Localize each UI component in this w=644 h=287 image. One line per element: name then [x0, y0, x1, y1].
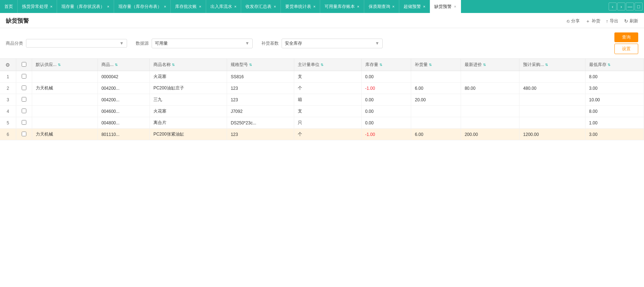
cell-checkbox-4[interactable] [16, 117, 32, 129]
tab-close-9[interactable]: × [392, 4, 395, 9]
sort-icon-unit: ⇅ [321, 63, 323, 67]
tab-close-7[interactable]: × [313, 4, 316, 9]
cell-checkbox-1[interactable] [16, 83, 32, 94]
tab-2[interactable]: 现存量（库存状况表） × [57, 0, 114, 13]
cell-supplier-0 [32, 71, 97, 83]
row-checkbox-3[interactable] [22, 109, 26, 113]
export-button[interactable]: ↑ 导出 [606, 18, 619, 24]
cell-supplier-5: 力天机械 [32, 129, 97, 140]
category-select[interactable]: ▼ [26, 39, 127, 48]
data-table: ⚙ 默认供应... ⇅ 商品... ⇅ [0, 59, 644, 140]
cell-estimated-3 [519, 106, 585, 117]
cell-checkbox-0[interactable] [16, 71, 32, 83]
header-actions: ⎋ 分享 ＋ 补货 ↑ 导出 ↻ 刷新 [567, 18, 639, 25]
cell-spec-5: 123 [227, 129, 294, 140]
tab-3[interactable]: 现存量（库存分布表） × [114, 0, 171, 13]
cell-no-5: 6 [0, 129, 16, 140]
category-filter: 商品分类 ▼ [6, 39, 127, 48]
cell-spec-2: 123 [227, 94, 294, 106]
tab-close-6[interactable]: × [274, 4, 276, 9]
tab-8[interactable]: 可用量库存账本 × [320, 0, 364, 13]
row-checkbox-2[interactable] [22, 97, 26, 102]
tab-1[interactable]: 拣货异常处理 × [18, 0, 57, 13]
tab-6[interactable]: 收发存汇总表 × [241, 0, 280, 13]
tab-7[interactable]: 要货单统计表 × [281, 0, 320, 13]
tab-prev-button[interactable]: ‹ [609, 3, 617, 10]
sort-icon-name: ⇅ [172, 63, 175, 67]
settings-col-icon[interactable]: ⚙ [5, 62, 10, 68]
tab-close-1[interactable]: × [50, 4, 52, 9]
sort-icon-supplier: ⇅ [58, 63, 61, 67]
tab-close-10[interactable]: × [423, 4, 425, 9]
tab-10[interactable]: 超储预警 × [399, 0, 430, 13]
tab-close-4[interactable]: × [199, 4, 201, 9]
table-header-row: ⚙ 默认供应... ⇅ 商品... ⇅ [0, 59, 644, 71]
cell-name-3: 火花塞 [149, 106, 227, 117]
share-button[interactable]: ⎋ 分享 [567, 18, 580, 24]
cell-supplier-1: 力天机械 [32, 83, 97, 94]
cell-price-3 [461, 106, 519, 117]
refresh-button[interactable]: ↻ 刷新 [624, 18, 638, 24]
th-unit[interactable]: 主计量单位 ⇅ [294, 59, 361, 71]
cell-checkbox-3[interactable] [16, 106, 32, 117]
select-all-checkbox[interactable] [22, 62, 26, 67]
category-dropdown-icon: ▼ [119, 41, 124, 46]
th-latest-price[interactable]: 最新进价 ⇅ [461, 59, 519, 71]
tab-next-button[interactable]: › [617, 3, 625, 10]
table-body: 1 0000042 火花塞 SS816 支 0.00 8.00 2 力天机械 0… [0, 71, 644, 140]
th-estimated-purchase[interactable]: 预计采购... ⇅ [519, 59, 585, 71]
cell-name-0: 火花塞 [149, 71, 227, 83]
cell-checkbox-5[interactable] [16, 129, 32, 140]
category-label: 商品分类 [6, 40, 23, 47]
row-checkbox-1[interactable] [22, 85, 26, 90]
datasource-select[interactable]: 可用量 ▼ [152, 39, 253, 48]
tab-bar: 首页 拣货异常处理 × 现存量（库存状况表） × 现存量（库存分布表） × 库存… [0, 0, 644, 13]
cell-min-stock-1: 3.00 [585, 83, 644, 94]
category-value [29, 41, 30, 46]
tab-9[interactable]: 保质期查询 × [364, 0, 399, 13]
cell-checkbox-2[interactable] [16, 94, 32, 106]
cell-min-stock-2: 10.00 [585, 94, 644, 106]
replenish-base-filter: 补货基数 安全库存 ▼ [261, 39, 383, 48]
cell-stock-3: 0.00 [361, 106, 411, 117]
cell-min-stock-4: 1.00 [585, 117, 644, 129]
th-default-supplier[interactable]: 默认供应... ⇅ [32, 59, 97, 71]
th-settings[interactable]: ⚙ [0, 59, 16, 71]
tab-home[interactable]: 首页 [0, 0, 18, 13]
cell-min-stock-3: 8.00 [585, 106, 644, 117]
replenish-base-select[interactable]: 安全库存 ▼ [282, 39, 383, 48]
th-product-code[interactable]: 商品... ⇅ [97, 59, 149, 71]
tab-close-11[interactable]: × [454, 4, 456, 9]
tab-close-2[interactable]: × [107, 4, 109, 9]
row-checkbox-5[interactable] [22, 132, 26, 136]
tab-minimize-button[interactable]: — [626, 3, 634, 10]
settings-button[interactable]: 设置 [614, 44, 638, 54]
tab-5[interactable]: 出入库流水 × [206, 0, 241, 13]
th-product-name[interactable]: 商品名称 ⇅ [149, 59, 227, 71]
th-stock[interactable]: 库存量 ⇅ [361, 59, 411, 71]
cell-no-4: 5 [0, 117, 16, 129]
tab-close-3[interactable]: × [164, 4, 166, 9]
th-replenish-qty[interactable]: 补货量 ⇅ [411, 59, 461, 71]
th-spec[interactable]: 规格型号 ⇅ [227, 59, 294, 71]
query-button[interactable]: 查询 [614, 32, 638, 42]
tab-11[interactable]: 缺货预警 × [430, 0, 461, 13]
row-checkbox-4[interactable] [22, 120, 26, 125]
cell-replenish-2: 20.00 [411, 94, 461, 106]
replenish-button[interactable]: ＋ 补货 [586, 18, 600, 25]
page-container: 缺货预警 ⎋ 分享 ＋ 补货 ↑ 导出 ↻ 刷新 商品分类 [0, 13, 644, 287]
cell-spec-0: SS816 [227, 71, 294, 83]
cell-estimated-2 [519, 94, 585, 106]
sort-icon-spec: ⇅ [249, 63, 252, 67]
cell-stock-4: 0.00 [361, 117, 411, 129]
tab-close-8[interactable]: × [357, 4, 359, 9]
sort-icon-min-stock: ⇅ [608, 63, 610, 67]
tab-4[interactable]: 库存批次账 × [171, 0, 206, 13]
th-min-stock[interactable]: 最低库存 ⇅ [585, 59, 644, 71]
cell-code-4: 004800... [97, 117, 149, 129]
row-checkbox-0[interactable] [22, 74, 26, 79]
cell-replenish-3 [411, 106, 461, 117]
tab-close-5[interactable]: × [234, 4, 236, 9]
tab-maximize-button[interactable]: □ [635, 3, 643, 10]
table-row: 4 004600... 火花塞 J7092 支 0.00 8.00 [0, 106, 644, 117]
